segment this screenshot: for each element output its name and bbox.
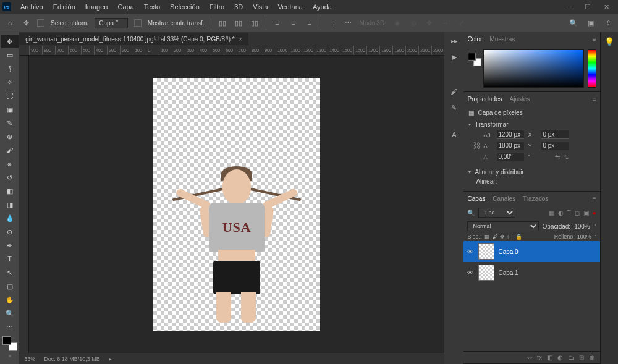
auto-select-checkbox[interactable] — [37, 19, 44, 27]
flip-horizontal-icon[interactable]: ⇋ — [555, 154, 560, 161]
workspace-icon[interactable]: ▣ — [586, 18, 596, 28]
adjustment-layer-icon[interactable]: ◐ — [557, 354, 563, 361]
filter-pixel-icon[interactable]: ▦ — [549, 210, 554, 216]
lock-all-icon[interactable]: 🔒 — [515, 234, 522, 240]
type-tool[interactable]: T — [1, 252, 19, 266]
angle-dropdown-icon[interactable]: ˅ — [528, 154, 530, 160]
menu-archivo[interactable]: Archivo — [16, 1, 48, 12]
lock-nesting-icon[interactable]: ▢ — [507, 234, 513, 240]
filter-toggle-icon[interactable]: ● — [593, 210, 596, 216]
shape-tool[interactable]: ▢ — [1, 279, 19, 293]
pen-tool[interactable]: ✒ — [1, 239, 19, 252]
hue-slider[interactable] — [588, 49, 596, 88]
foreground-color-swatch[interactable] — [2, 336, 11, 345]
filter-kind-icon[interactable]: 🔍 — [467, 210, 475, 216]
edit-toolbar-icon[interactable]: ⋯ — [1, 320, 19, 334]
gradient-tool[interactable]: ◨ — [1, 198, 19, 211]
flip-vertical-icon[interactable]: ⇅ — [564, 154, 569, 161]
document-tab[interactable]: girl_woman_person_model_fitness-110400.j… — [19, 33, 248, 45]
layer-filter-kind[interactable]: Tipo — [478, 208, 515, 218]
height-input[interactable] — [497, 142, 524, 150]
zoom-level[interactable]: 33% — [24, 356, 35, 362]
dodge-tool[interactable]: ⊙ — [1, 225, 19, 239]
tab-paths[interactable]: Trazados — [523, 195, 548, 202]
align-bottom-icon[interactable]: ≡ — [305, 18, 315, 28]
auto-select-target[interactable]: Capa ˅ — [95, 18, 128, 28]
color-panel-fg-bg[interactable] — [468, 53, 482, 66]
layer-name-label[interactable]: Capa 1 — [498, 269, 518, 276]
crop-tool[interactable]: ⛶ — [1, 89, 19, 103]
chevron-down-icon[interactable]: ˅ — [594, 234, 596, 240]
menu-seleccion[interactable]: Selección — [166, 1, 204, 12]
layer-thumbnail[interactable] — [478, 265, 494, 281]
blur-tool[interactable]: 💧 — [1, 211, 19, 225]
link-dimensions-icon[interactable]: ⛓ — [473, 142, 481, 150]
align-center-h-icon[interactable]: ▯▯ — [234, 18, 243, 28]
marquee-tool[interactable]: ▭ — [1, 48, 19, 62]
menu-texto[interactable]: Texto — [140, 1, 164, 12]
angle-input[interactable] — [497, 153, 524, 161]
layer-mask-icon[interactable]: ◧ — [547, 354, 552, 361]
panel-menu-icon[interactable]: ≡ — [593, 36, 596, 43]
y-input[interactable] — [541, 142, 569, 150]
align-right-icon[interactable]: ▯▯ — [250, 18, 260, 28]
search-icon[interactable]: 🔍 — [569, 18, 578, 28]
menu-imagen[interactable]: Imagen — [81, 1, 112, 12]
delete-layer-icon[interactable]: 🗑 — [589, 354, 595, 361]
filter-adjustment-icon[interactable]: ◐ — [558, 210, 564, 216]
history-panel-icon[interactable]: ▸▸ — [449, 36, 459, 46]
show-transform-checkbox[interactable] — [134, 19, 142, 27]
menu-capa[interactable]: Capa — [113, 1, 138, 12]
menu-edicion[interactable]: Edición — [49, 1, 80, 12]
transform-section-header[interactable]: ▾ Transformar — [468, 120, 595, 129]
healing-brush-tool[interactable]: ⊛ — [1, 130, 19, 143]
eraser-tool[interactable]: ◧ — [1, 184, 19, 198]
home-icon[interactable]: ⌂ — [5, 18, 15, 28]
menu-ventana[interactable]: Ventana — [274, 1, 307, 12]
path-selection-tool[interactable]: ↖ — [1, 266, 19, 279]
artboard[interactable]: USA — [153, 78, 320, 331]
panel-menu-icon[interactable]: ≡ — [593, 195, 596, 202]
tab-swatches[interactable]: Muestras — [489, 36, 515, 43]
clone-stamp-tool[interactable]: ⎈ — [1, 157, 19, 171]
more-options-icon[interactable]: ⋯ — [344, 18, 353, 28]
brush-tool[interactable]: 🖌 — [1, 143, 19, 157]
visibility-toggle-icon[interactable]: 👁 — [467, 248, 475, 255]
tab-properties[interactable]: Propiedades — [467, 96, 502, 103]
move-tool[interactable]: ✥ — [1, 35, 19, 48]
group-layers-icon[interactable]: 🗀 — [568, 354, 574, 361]
minimize-button[interactable]: ─ — [560, 0, 578, 14]
layer-row[interactable]: 👁 Capa 0 — [464, 241, 599, 262]
tab-layers[interactable]: Capas — [467, 195, 485, 202]
filter-smart-icon[interactable]: ▣ — [583, 210, 589, 216]
magic-wand-tool[interactable]: ✧ — [1, 75, 19, 89]
visibility-toggle-icon[interactable]: 👁 — [467, 269, 475, 276]
tab-channels[interactable]: Canales — [493, 195, 515, 202]
align-top-icon[interactable]: ≡ — [273, 18, 282, 28]
doc-info[interactable]: Doc: 6,18 MB/10,3 MB — [44, 356, 100, 362]
share-icon[interactable]: ⇪ — [603, 18, 613, 28]
panel-menu-icon[interactable]: ≡ — [593, 96, 596, 103]
fill-value[interactable]: 100% — [577, 234, 591, 240]
tab-adjustments[interactable]: Ajustes — [510, 96, 530, 103]
history-brush-tool[interactable]: ↺ — [1, 171, 19, 184]
hand-tool[interactable]: ✋ — [1, 293, 19, 307]
layer-row[interactable]: 👁 Capa 1 — [464, 262, 599, 283]
filter-shape-icon[interactable]: ◻ — [575, 210, 580, 216]
frame-tool[interactable]: ▣ — [1, 103, 19, 116]
canvas[interactable]: USA — [29, 56, 444, 353]
link-layers-icon[interactable]: ⇔ — [527, 354, 532, 361]
layer-style-icon[interactable]: fx — [537, 354, 542, 361]
brushes-icon[interactable]: ✎ — [449, 103, 459, 112]
menu-ayuda[interactable]: Ayuda — [308, 1, 336, 12]
saturation-brightness-picker[interactable] — [483, 49, 583, 88]
lasso-tool[interactable]: ⟆ — [1, 62, 19, 75]
align-middle-icon[interactable]: ≡ — [289, 18, 298, 28]
tab-color[interactable]: Color — [467, 36, 482, 43]
lock-transparency-icon[interactable]: ▦ — [484, 234, 489, 240]
lock-pixels-icon[interactable]: 🖌 — [492, 234, 497, 240]
lock-position-icon[interactable]: ✥ — [500, 234, 505, 240]
layer-thumbnail[interactable] — [478, 243, 494, 260]
new-layer-icon[interactable]: ⊞ — [579, 354, 584, 361]
menu-vista[interactable]: Vista — [248, 1, 272, 12]
